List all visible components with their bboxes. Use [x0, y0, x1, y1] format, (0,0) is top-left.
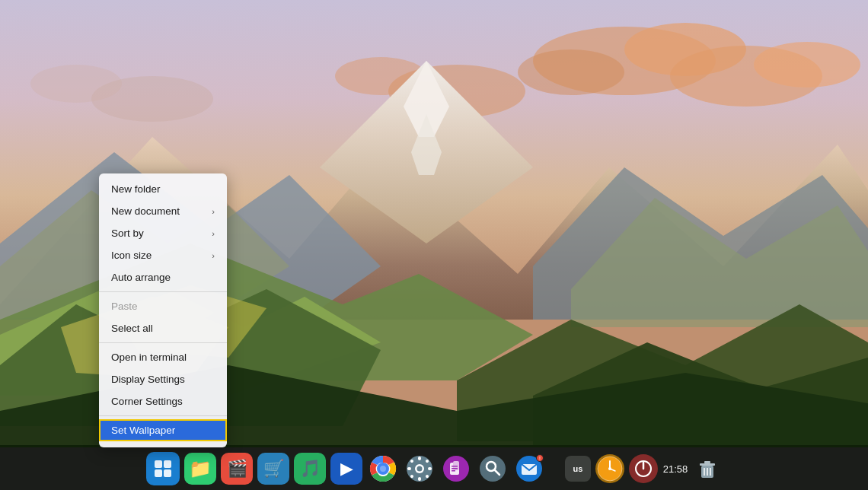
taskbar-icon-video[interactable]: 🎬	[221, 453, 253, 485]
svg-rect-39	[418, 477, 421, 481]
video-icon: 🎬	[227, 459, 247, 479]
taskbar-icon-chrome[interactable]	[367, 453, 399, 485]
analog-clock-icon	[597, 456, 623, 482]
separator-3	[99, 415, 227, 416]
menu-item-corner-settings[interactable]: Corner Settings	[99, 390, 227, 412]
svg-rect-29	[155, 469, 162, 477]
svg-point-5	[754, 42, 860, 88]
media-player-icon: ▶	[340, 459, 353, 479]
menu-item-select-all[interactable]: Select all	[99, 317, 227, 339]
taskbar-icon-file-manager[interactable]: 📁	[184, 453, 216, 485]
svg-rect-64	[700, 463, 715, 466]
svg-rect-65	[704, 461, 710, 463]
search-taskbar-icon	[479, 455, 506, 482]
svg-rect-41	[428, 467, 432, 470]
svg-rect-49	[452, 466, 458, 467]
chrome-icon	[369, 455, 397, 482]
taskbar-icon-mail[interactable]: !	[513, 453, 545, 485]
separator-2	[99, 342, 227, 343]
taskbar-icon-search[interactable]	[477, 453, 509, 485]
taskbar: 📁 🎬 🛒 🎵 ▶	[0, 447, 868, 490]
menu-item-set-wallpaper[interactable]: Set Wallpaper	[99, 419, 227, 441]
arrow-icon: ›	[212, 251, 215, 260]
tray-locale[interactable]: us	[565, 456, 591, 482]
locale-text: us	[573, 464, 583, 473]
svg-point-9	[30, 65, 122, 103]
trash-icon	[697, 458, 718, 479]
menu-item-display-settings[interactable]: Display Settings	[99, 368, 227, 390]
taskbar-icon-music[interactable]: 🎵	[294, 453, 326, 485]
start-menu-icon	[153, 459, 173, 479]
menu-item-sort-by[interactable]: Sort by ›	[99, 222, 227, 244]
menu-item-icon-size[interactable]: Icon size ›	[99, 244, 227, 266]
context-menu: New folder New document › Sort by › Icon…	[99, 173, 227, 447]
menu-item-new-document[interactable]: New document ›	[99, 200, 227, 222]
svg-point-34	[380, 466, 386, 472]
power-icon	[634, 460, 653, 478]
files-icon	[442, 455, 470, 482]
svg-point-3	[518, 49, 624, 95]
taskbar-icon-files[interactable]	[440, 453, 472, 485]
notification-badge: !	[536, 454, 544, 462]
svg-rect-51	[452, 470, 455, 472]
svg-rect-27	[155, 460, 162, 468]
svg-rect-50	[452, 468, 458, 469]
separator-1	[99, 291, 227, 292]
menu-item-open-in-terminal[interactable]: Open in terminal	[99, 346, 227, 368]
taskbar-icon-settings[interactable]	[404, 453, 436, 485]
svg-point-37	[417, 466, 423, 472]
menu-item-auto-arrange[interactable]: Auto arrange	[99, 266, 227, 288]
svg-rect-30	[164, 469, 171, 477]
tray-power[interactable]	[629, 454, 658, 483]
svg-point-52	[480, 456, 506, 482]
taskbar-icon-start-menu[interactable]	[146, 452, 180, 485]
tray-clock[interactable]	[595, 454, 624, 483]
taskbar-icon-software-center[interactable]: 🛒	[257, 453, 289, 485]
svg-rect-28	[164, 460, 171, 468]
menu-item-paste: Paste	[99, 295, 227, 317]
file-manager-icon: 📁	[189, 458, 212, 479]
system-tray: us 21:58	[565, 454, 722, 483]
software-center-icon: 🛒	[263, 459, 284, 479]
tray-time: 21:58	[662, 463, 688, 475]
arrow-icon: ›	[212, 229, 215, 238]
taskbar-icon-media-player[interactable]: ▶	[330, 453, 362, 485]
music-icon: 🎵	[300, 459, 321, 479]
menu-item-new-folder[interactable]: New folder	[99, 178, 227, 200]
arrow-icon: ›	[212, 207, 215, 216]
svg-rect-38	[418, 457, 421, 460]
tray-trash[interactable]	[693, 454, 722, 483]
settings-icon	[406, 455, 433, 482]
svg-rect-40	[407, 467, 411, 470]
